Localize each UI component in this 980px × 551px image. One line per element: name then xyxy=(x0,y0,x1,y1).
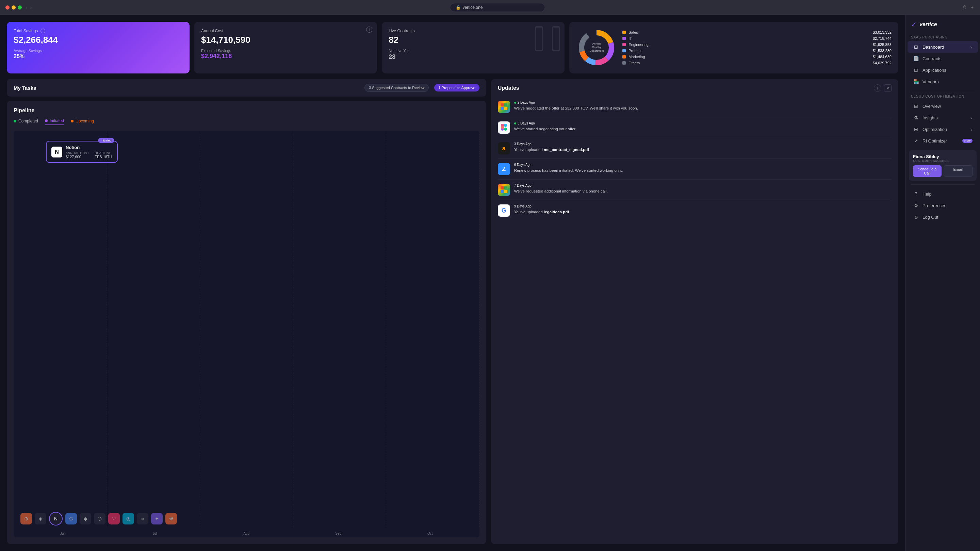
csa-card: Fiona Sibley Customer Success Schedule a… xyxy=(909,150,977,181)
vendors-icon: 🏪 xyxy=(913,79,919,84)
amazon-logo: a xyxy=(498,142,510,154)
new-tab-icon[interactable]: ＋ xyxy=(970,5,975,11)
app-icon-8[interactable]: ✦ xyxy=(151,513,163,524)
sidebar-item-overview[interactable]: ⊞ Overview xyxy=(907,100,978,112)
app-container: Total Savings i $2,266,844 Average Savin… xyxy=(0,15,980,551)
sidebar-divider-1 xyxy=(911,91,975,91)
share-icon[interactable]: ⎙ xyxy=(963,5,966,11)
tab-initiated[interactable]: Initiated xyxy=(45,118,64,125)
update-content-5: 7 Days Ago We've requested additional in… xyxy=(514,184,891,196)
sidebar-item-preferences[interactable]: ⚙ Preferences xyxy=(907,200,978,211)
app-icons-row: ⊕ ◈ N G ◆ ⬡ ♡ ◎ ⎈ ✦ ❋ xyxy=(14,512,479,526)
col-oct xyxy=(386,130,479,527)
updates-close-button[interactable]: ✕ xyxy=(884,84,891,92)
notion-deadline-label: DEADLINE xyxy=(95,151,112,155)
svg-rect-0 xyxy=(536,27,542,51)
figma-logo xyxy=(498,121,510,134)
app-icon-4[interactable]: ⬡ xyxy=(94,513,105,524)
minimize-button[interactable] xyxy=(11,5,16,10)
suggested-contracts-badge[interactable]: 3 Suggested Contracts to Review xyxy=(364,84,429,92)
app-icon-google[interactable]: G xyxy=(65,513,77,524)
sidebar-item-insights[interactable]: ⚗ Insights ∨ xyxy=(907,112,978,124)
not-live-label: Not Live Yet xyxy=(388,49,558,53)
updates-info-button[interactable]: i xyxy=(874,84,881,92)
update-content-2: 3 Days Ago We've started negotiating you… xyxy=(514,121,891,134)
annual-cost-card: i Annual Cost $14,710,590 Expected Savin… xyxy=(194,22,377,73)
logout-label: Log Out xyxy=(923,214,938,220)
timeline-grid xyxy=(14,130,479,527)
sidebar-item-logout[interactable]: ⎋ Log Out xyxy=(907,211,978,223)
cloud-section-label: Cloud Cost Optimization xyxy=(905,95,980,98)
pipeline-card: Pipeline Completed Initiated Upcoming xyxy=(7,101,486,544)
total-savings-info-icon[interactable]: i xyxy=(40,29,45,33)
logout-icon: ⎋ xyxy=(913,214,919,220)
url-input[interactable]: 🔒 vertice.one xyxy=(450,3,545,12)
sidebar-item-applications[interactable]: ⊡ Applications xyxy=(907,64,978,76)
upcoming-dot xyxy=(71,120,73,122)
sidebar-item-ri-optimizer[interactable]: ↗ RI Optimizer New xyxy=(907,135,978,147)
tab-completed[interactable]: Completed xyxy=(14,118,38,125)
update-item-4: Z 6 Days Ago Renew process has been init… xyxy=(498,159,891,179)
sales-name: Sales xyxy=(628,30,870,34)
sidebar-item-dashboard[interactable]: ⊞ Dashboard ∨ xyxy=(907,41,978,53)
marketing-dot xyxy=(622,55,626,59)
url-text: vertice.one xyxy=(463,5,483,10)
app-icon-5[interactable]: ♡ xyxy=(108,513,120,524)
live-contracts-value: 82 xyxy=(388,35,558,45)
app-icon-1[interactable]: ⊕ xyxy=(21,513,32,524)
updates-actions: i ✕ xyxy=(874,84,891,92)
back-arrow-icon[interactable]: ‹ xyxy=(26,5,27,10)
app-icon-2[interactable]: ◈ xyxy=(35,513,46,524)
maximize-button[interactable] xyxy=(18,5,22,10)
product-amount: $1,538,230 xyxy=(873,49,891,53)
total-savings-label: Total Savings i xyxy=(14,29,183,33)
zoom-logo: Z xyxy=(498,163,510,175)
sidebar-item-optimization[interactable]: ⊞ Optimization ∨ xyxy=(907,124,978,135)
dept-chart-card: AnnualCost byDepartment Sales $3,013,332… xyxy=(569,22,898,73)
sidebar-item-contracts[interactable]: 📄 Contracts xyxy=(907,53,978,64)
update-content-3: 3 Days Ago You've uploaded ms_contract_s… xyxy=(514,142,891,154)
label-jul: Jul xyxy=(109,532,201,535)
insights-label: Insights xyxy=(923,115,938,121)
email-button[interactable]: Email xyxy=(943,165,973,177)
pipeline-title: Pipeline xyxy=(14,108,479,114)
app-icon-7[interactable]: ⎈ xyxy=(137,513,148,524)
tab-upcoming[interactable]: Upcoming xyxy=(71,118,94,125)
sidebar-item-vendors[interactable]: 🏪 Vendors xyxy=(907,76,978,87)
dept-item-product: Product $1,538,230 xyxy=(622,49,891,53)
svg-rect-18 xyxy=(504,186,508,189)
applications-label: Applications xyxy=(923,68,946,73)
svg-rect-16 xyxy=(501,126,504,129)
live-contracts-card: Live Contracts 82 Not Live Yet 28 xyxy=(382,22,565,73)
nav-arrows: ‹ › xyxy=(26,5,32,10)
time-dot-2 xyxy=(514,122,516,124)
update-text-3: You've uploaded ms_contract_signed.pdf xyxy=(514,147,891,152)
updates-panel: Updates i ✕ xyxy=(491,79,898,544)
annual-cost-info-icon[interactable]: i xyxy=(366,27,372,33)
forward-arrow-icon[interactable]: › xyxy=(30,5,32,10)
app-icon-6[interactable]: ◎ xyxy=(123,513,134,524)
notion-tooltip[interactable]: Initiated N Notion ANNUAL COST $127,600 xyxy=(46,141,118,163)
proposal-badge[interactable]: 1 Proposal to Approve xyxy=(434,84,479,92)
applications-icon: ⊡ xyxy=(913,67,919,73)
engineering-amount: $1,925,853 xyxy=(873,43,891,47)
bracket-bg-icon xyxy=(534,25,561,52)
update-time-5: 7 Days Ago xyxy=(514,184,891,187)
sidebar-divider-2 xyxy=(911,184,975,185)
notion-app-icon[interactable]: N xyxy=(49,512,63,526)
address-bar: 🔒 vertice.one xyxy=(36,3,959,12)
update-link-3[interactable]: ms_contract_signed.pdf xyxy=(544,148,589,152)
svg-rect-1 xyxy=(553,27,559,51)
update-content-1: 2 Days Ago We've negotiated the offer at… xyxy=(514,101,891,113)
others-amount: $4,029,792 xyxy=(873,61,891,65)
close-button[interactable] xyxy=(5,5,10,10)
schedule-call-button[interactable]: Schedule a Call xyxy=(913,165,942,177)
sidebar-item-help[interactable]: ? Help xyxy=(907,188,978,200)
preferences-icon: ⚙ xyxy=(913,203,919,208)
update-link-6[interactable]: legaldocs.pdf xyxy=(544,210,569,214)
app-icon-9[interactable]: ❋ xyxy=(165,513,177,524)
app-icon-3[interactable]: ◆ xyxy=(80,513,91,524)
google-logo: G xyxy=(498,205,510,217)
dept-item-it: IT $2,718,744 xyxy=(622,37,891,40)
lock-icon: 🔒 xyxy=(456,5,461,10)
